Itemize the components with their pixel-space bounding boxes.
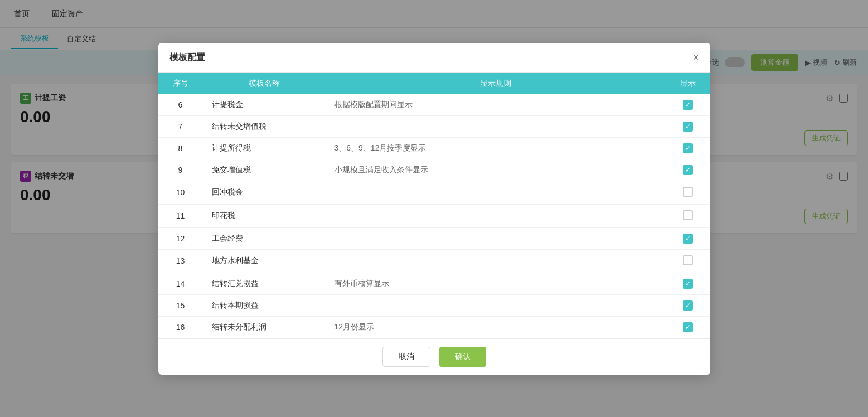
table-row: 8计提所得税3、6、9、12月按季度显示✓ (158, 137, 710, 159)
table-row: 10回冲税金 (158, 181, 710, 204)
check-mark-icon: ✓ (685, 167, 691, 173)
row-checkbox[interactable] (683, 187, 693, 197)
table-row: 16结转未分配利润12月份显示✓ (158, 316, 710, 338)
row-rule (326, 249, 666, 273)
row-no: 10 (158, 181, 203, 204)
table-body: 6计提税金根据模版配置期间显示✓7结转未交增值税✓8计提所得税3、6、9、12月… (158, 94, 710, 338)
row-name: 地方水利基金 (203, 249, 326, 273)
row-checkbox-cell: ✓ (666, 227, 710, 249)
row-rule: 有外币核算显示 (326, 273, 666, 294)
row-checkbox-cell (666, 181, 710, 204)
row-no: 6 (158, 94, 203, 116)
row-no: 15 (158, 294, 203, 316)
row-rule (326, 227, 666, 249)
row-no: 7 (158, 115, 203, 137)
check-mark-icon: ✓ (685, 302, 691, 309)
check-mark-icon: ✓ (685, 123, 691, 130)
row-name: 工会经费 (203, 227, 326, 249)
row-rule: 根据模版配置期间显示 (326, 94, 666, 116)
table-head-row: 序号 模板名称 显示规则 显示 (158, 73, 710, 94)
row-rule: 3、6、9、12月按季度显示 (326, 137, 666, 159)
row-checkbox-cell: ✓ (666, 294, 710, 316)
col-header-no: 序号 (158, 73, 203, 94)
row-checkbox-cell: ✓ (666, 159, 710, 181)
col-header-rule: 显示规则 (326, 73, 666, 94)
confirm-button[interactable]: 确认 (439, 347, 486, 367)
table-row: 9免交增值税小规模且满足收入条件显示✓ (158, 159, 710, 181)
row-checkbox-cell (666, 204, 710, 227)
row-checkbox-cell: ✓ (666, 137, 710, 159)
row-name: 印花税 (203, 204, 326, 227)
row-no: 11 (158, 204, 203, 227)
row-rule (326, 115, 666, 137)
template-config-modal: 模板配置 × 序号 模板名称 显示规则 显示 6计提税金根据模版配置期间显示✓7… (158, 43, 710, 375)
table-row: 13地方水利基金 (158, 249, 710, 273)
cancel-button[interactable]: 取消 (382, 347, 430, 367)
check-mark-icon: ✓ (685, 280, 691, 287)
col-header-display: 显示 (666, 73, 710, 94)
row-rule (326, 181, 666, 204)
row-no: 12 (158, 227, 203, 249)
row-checkbox[interactable]: ✓ (683, 279, 693, 289)
row-checkbox[interactable] (683, 210, 693, 220)
modal-overlay: 模板配置 × 序号 模板名称 显示规则 显示 6计提税金根据模版配置期间显示✓7… (0, 0, 868, 417)
row-name: 结转本期损益 (203, 294, 326, 316)
table-row: 6计提税金根据模版配置期间显示✓ (158, 94, 710, 116)
row-checkbox[interactable]: ✓ (683, 143, 693, 153)
table-row: 15结转本期损益✓ (158, 294, 710, 316)
check-mark-icon: ✓ (685, 235, 691, 242)
row-checkbox[interactable]: ✓ (683, 100, 693, 110)
row-rule (326, 294, 666, 316)
row-name: 结转未分配利润 (203, 316, 326, 338)
row-checkbox[interactable] (683, 255, 693, 265)
row-checkbox[interactable]: ✓ (683, 122, 693, 132)
row-checkbox[interactable]: ✓ (683, 322, 693, 332)
row-checkbox[interactable]: ✓ (683, 165, 693, 175)
check-mark-icon: ✓ (685, 145, 691, 152)
modal-body: 序号 模板名称 显示规则 显示 6计提税金根据模版配置期间显示✓7结转未交增值税… (158, 73, 710, 338)
modal-footer: 取消 确认 (158, 338, 710, 375)
row-checkbox-cell: ✓ (666, 94, 710, 116)
row-name: 计提所得税 (203, 137, 326, 159)
row-checkbox-cell (666, 249, 710, 273)
row-name: 结转汇兑损益 (203, 273, 326, 294)
table-row: 11印花税 (158, 204, 710, 227)
row-no: 13 (158, 249, 203, 273)
row-rule (326, 204, 666, 227)
check-mark-icon: ✓ (685, 101, 691, 108)
col-header-name: 模板名称 (203, 73, 326, 94)
modal-title: 模板配置 (169, 52, 205, 64)
table-row: 7结转未交增值税✓ (158, 115, 710, 137)
table-row: 14结转汇兑损益有外币核算显示✓ (158, 273, 710, 294)
row-checkbox-cell: ✓ (666, 273, 710, 294)
template-table: 序号 模板名称 显示规则 显示 6计提税金根据模版配置期间显示✓7结转未交增值税… (158, 73, 710, 338)
row-checkbox[interactable]: ✓ (683, 300, 693, 311)
row-no: 16 (158, 316, 203, 338)
row-checkbox-cell: ✓ (666, 115, 710, 137)
row-checkbox-cell: ✓ (666, 316, 710, 338)
row-name: 结转未交增值税 (203, 115, 326, 137)
check-mark-icon: ✓ (685, 324, 691, 331)
row-no: 9 (158, 159, 203, 181)
table-head: 序号 模板名称 显示规则 显示 (158, 73, 710, 94)
row-no: 14 (158, 273, 203, 294)
row-name: 回冲税金 (203, 181, 326, 204)
row-rule: 12月份显示 (326, 316, 666, 338)
modal-header: 模板配置 × (158, 43, 710, 73)
row-checkbox[interactable]: ✓ (683, 234, 693, 244)
row-no: 8 (158, 137, 203, 159)
row-name: 免交增值税 (203, 159, 326, 181)
row-name: 计提税金 (203, 94, 326, 116)
table-row: 12工会经费✓ (158, 227, 710, 249)
modal-close-button[interactable]: × (693, 52, 699, 62)
row-rule: 小规模且满足收入条件显示 (326, 159, 666, 181)
